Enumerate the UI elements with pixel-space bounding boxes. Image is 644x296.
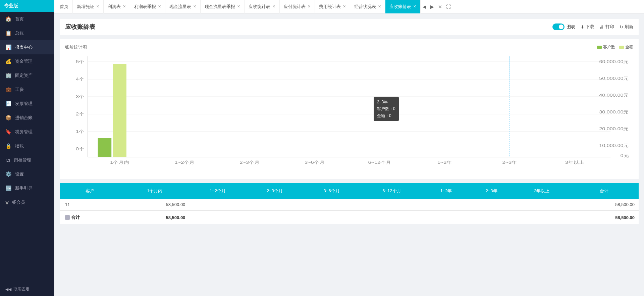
col-header-m36: 3~6个月 <box>303 183 360 199</box>
col-header-total: 合计 <box>570 183 639 199</box>
chart-legend: 客户数 金额 <box>597 44 633 50</box>
legend-amount-label: 金额 <box>625 44 633 50</box>
bar-amount-1 <box>113 64 126 157</box>
svg-text:40,000.00元: 40,000.00元 <box>599 93 629 97</box>
sidebar-label-tax: 税务管理 <box>15 129 33 135</box>
svg-text:2~3年: 2~3年 <box>502 160 517 164</box>
tab-close-ar-stat[interactable]: ✕ <box>272 4 275 9</box>
funds-icon: 💰 <box>5 58 12 64</box>
svg-text:2~3个月: 2~3个月 <box>239 160 259 164</box>
legend-amount-color <box>619 46 624 49</box>
svg-text:1~2个月: 1~2个月 <box>175 160 195 164</box>
svg-text:3~6个月: 3~6个月 <box>305 160 324 164</box>
sidebar-item-ledger[interactable]: 📋 总账 <box>0 26 54 40</box>
print-icon: 🖨 <box>600 24 604 30</box>
tab-close-voucher[interactable]: ✕ <box>96 4 99 9</box>
tab-voucher[interactable]: 新增凭证 ✕ <box>73 0 104 13</box>
sidebar-label-settings: 设置 <box>15 171 24 177</box>
sidebar-item-archive[interactable]: 🗂 归档管理 <box>0 153 54 167</box>
tab-next-button[interactable]: ▶ <box>428 0 436 13</box>
svg-text:0元: 0元 <box>620 153 629 158</box>
tab-ap-stat[interactable]: 应付统计表 ✕ <box>280 0 315 13</box>
tab-expand-button[interactable]: ⛶ <box>444 0 453 13</box>
page-title: 应收账龄表 <box>65 23 95 31</box>
sidebar-label-invoice: 发票管理 <box>15 101 33 107</box>
sidebar-item-home[interactable]: 🏠 首页 <box>0 12 54 26</box>
tab-close-profit-q[interactable]: ✕ <box>158 4 161 9</box>
unpin-button[interactable]: ◀◀ 取消固定 <box>0 282 54 296</box>
chart-toggle-wrap: 图表 <box>552 23 575 30</box>
svg-text:30,000.00元: 30,000.00元 <box>599 110 629 114</box>
sidebar-item-salary[interactable]: 💼 工资 <box>0 83 54 97</box>
download-icon: ⬇ <box>581 24 584 30</box>
sidebar-item-guide[interactable]: 🆕 新手引导 <box>0 181 54 195</box>
footer-label-text: 合计 <box>71 214 80 220</box>
svg-text:4个: 4个 <box>76 77 84 81</box>
cell-m36 <box>303 199 360 211</box>
sidebar-label-guide: 新手引导 <box>15 185 33 191</box>
sidebar-item-close[interactable]: 🔒 结账 <box>0 139 54 153</box>
sidebar-item-settings[interactable]: ⚙️ 设置 <box>0 167 54 181</box>
chart-toggle[interactable] <box>552 23 565 30</box>
print-button[interactable]: 🖨 打印 <box>600 24 614 30</box>
tab-home[interactable]: 首页 <box>56 0 73 13</box>
svg-text:2个: 2个 <box>76 112 84 116</box>
cell-m23 <box>246 199 303 211</box>
sidebar-item-assets[interactable]: 🏢 固定资产 <box>0 68 54 83</box>
sidebar-label-archive: 归档管理 <box>14 157 31 163</box>
tab-ar-stat[interactable]: 应收统计表 ✕ <box>245 0 280 13</box>
tab-close-bizstatus[interactable]: ✕ <box>378 4 381 9</box>
sidebar-item-sales[interactable]: 📦 进销台账 <box>0 111 54 125</box>
footer-m12 <box>189 211 246 224</box>
tab-close-all-button[interactable]: ✕ <box>436 0 444 13</box>
tab-label-ap-stat: 应付统计表 <box>284 4 306 10</box>
svg-text:3年以上: 3年以上 <box>565 160 584 164</box>
footer-label: 合计 <box>60 211 120 224</box>
download-label: 下载 <box>586 24 594 30</box>
tab-label-ar-stat: 应收统计表 <box>249 4 270 10</box>
unpin-label: 取消固定 <box>13 286 30 292</box>
tab-bizstatus[interactable]: 经营状况表 ✕ <box>350 0 385 13</box>
sidebar-item-reports[interactable]: 📊 报表中心 <box>0 40 54 54</box>
cell-customer: 11 <box>60 199 120 211</box>
col-header-m12: 1~2个月 <box>189 183 246 199</box>
tab-close-cashflow[interactable]: ✕ <box>193 4 196 9</box>
tab-close-profit[interactable]: ✕ <box>123 4 126 9</box>
download-button[interactable]: ⬇ 下载 <box>581 24 594 30</box>
sidebar-item-invoice[interactable]: 🧾 发票管理 <box>0 97 54 111</box>
tab-close-cashflow-q[interactable]: ✕ <box>237 4 240 9</box>
tab-close-ap-stat[interactable]: ✕ <box>308 4 311 9</box>
sidebar-label-ledger: 总账 <box>15 30 24 36</box>
svg-text:1个: 1个 <box>76 129 84 134</box>
tab-cashflow[interactable]: 现金流量表 ✕ <box>165 0 201 13</box>
sidebar-item-vip[interactable]: V 畅会员 <box>0 195 54 209</box>
cell-m612 <box>360 199 423 211</box>
tab-close-expense[interactable]: ✕ <box>343 4 346 9</box>
main-content: 首页 新增凭证 ✕ 利润表 ✕ 利润表季报 ✕ 现金流量表 ✕ 现金流量表季报 … <box>54 0 644 296</box>
table-footer-row: 合计 58,500.00 58,500.00 <box>60 211 639 224</box>
sidebar-item-tax[interactable]: 🔖 税务管理 <box>0 125 54 139</box>
data-table: 客户 1个月内 1~2个月 2~3个月 3~6个月 6~12个月 1~2年 2~… <box>60 183 639 224</box>
refresh-icon: ↻ <box>620 24 623 30</box>
sidebar-label-home: 首页 <box>15 16 24 22</box>
app-logo: 专业版 <box>0 0 54 12</box>
tab-ar-aging[interactable]: 应收账龄表 ✕ <box>385 0 421 13</box>
tab-label-cashflow-q: 现金流量表季报 <box>205 4 235 10</box>
col-header-m23: 2~3个月 <box>246 183 303 199</box>
tab-expense[interactable]: 费用统计表 ✕ <box>315 0 350 13</box>
tab-profit[interactable]: 利润表 ✕ <box>104 0 130 13</box>
tab-label-expense: 费用统计表 <box>319 4 341 10</box>
tab-close-ar-aging[interactable]: ✕ <box>413 4 416 9</box>
sidebar-item-funds[interactable]: 💰 资金管理 <box>0 54 54 68</box>
tab-prev-button[interactable]: ◀ <box>421 0 428 13</box>
footer-m36 <box>303 211 360 224</box>
ledger-icon: 📋 <box>5 30 12 36</box>
tab-cashflow-q[interactable]: 现金流量表季报 ✕ <box>201 0 245 13</box>
svg-text:3个: 3个 <box>76 94 84 99</box>
tab-profit-q[interactable]: 利润表季报 ✕ <box>130 0 165 13</box>
page-content: 应收账龄表 图表 ⬇ 下载 🖨 打印 ↻ 刷新 <box>54 13 644 296</box>
home-icon: 🏠 <box>5 16 12 22</box>
svg-text:1~2年: 1~2年 <box>437 160 452 164</box>
print-label: 打印 <box>605 24 614 30</box>
refresh-button[interactable]: ↻ 刷新 <box>620 24 633 30</box>
